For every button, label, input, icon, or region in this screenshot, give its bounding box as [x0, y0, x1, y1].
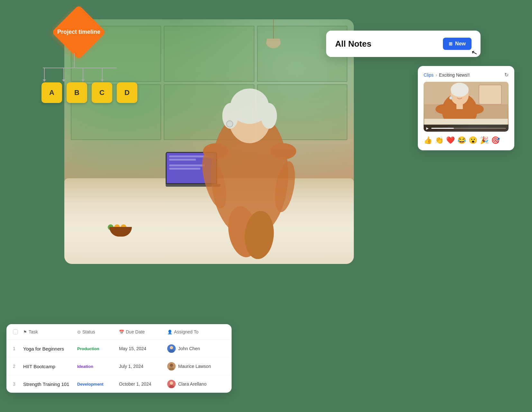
svg-point-8 [226, 121, 233, 127]
svg-point-9 [203, 143, 229, 159]
breadcrumb-separator: › [436, 72, 437, 78]
timeline-node-c: C [92, 82, 112, 103]
assigned-to-column-header: 👤 Assigned To [167, 329, 225, 334]
status-icon: ⊙ [77, 330, 81, 334]
svg-point-31 [170, 381, 173, 385]
reaction-party[interactable]: 🎉 [480, 136, 489, 145]
branch-line [44, 68, 45, 80]
status-badge-2: Ideation [77, 363, 119, 370]
svg-point-25 [170, 346, 173, 349]
reaction-heart[interactable]: ❤️ [446, 136, 455, 145]
table-row[interactable]: 3 Strength Training 101 Development Octo… [6, 375, 232, 393]
video-thumbnail: ▶ [424, 82, 509, 132]
due-date-3: October 1, 2024 [119, 381, 167, 387]
row-number-3: 3 [13, 381, 23, 387]
tree-branches [43, 68, 137, 82]
branch-line [83, 68, 83, 80]
timeline-node-b: B [67, 82, 87, 103]
timeline-node-d: D [117, 82, 137, 103]
svg-point-10 [271, 143, 296, 159]
svg-point-18 [451, 83, 469, 97]
video-controls: ▶ [424, 125, 509, 132]
svg-point-21 [468, 104, 484, 114]
status-badge-1: Production [77, 345, 119, 352]
due-date-1: May 15, 2024 [119, 346, 167, 351]
avatar-clara [167, 380, 176, 388]
new-note-icon: ⊞ [449, 41, 453, 46]
task-name-2: HIIT Bootcamp [23, 364, 77, 369]
reaction-laugh[interactable]: 😂 [457, 136, 466, 145]
assignee-name-3: Clara Arellano [178, 381, 206, 387]
svg-rect-23 [424, 119, 508, 125]
svg-point-28 [170, 364, 173, 367]
due-date-icon: 📅 [119, 330, 124, 334]
assignee-1: John Chen [167, 344, 225, 353]
branch-a [43, 68, 46, 82]
svg-rect-15 [479, 85, 501, 104]
fruit-bowl [108, 220, 133, 237]
table-row[interactable]: 2 HIIT Bootcamp Ideation July 1, 2024 Ma… [6, 358, 232, 375]
task-table-widget: ⚑ Task ⊙ Status 📅 Due Date 👤 Assigned To… [6, 324, 232, 393]
branch-arrow [43, 80, 46, 82]
window-pane [164, 26, 254, 82]
lamp-cord [273, 19, 274, 39]
breadcrumb-current-page: Exciting News!! [439, 72, 470, 78]
video-person-bg [424, 82, 509, 125]
new-note-label: New [455, 41, 466, 47]
tree-trunk [74, 53, 75, 68]
task-column-header: ⚑ Task [23, 329, 77, 334]
row-number-1: 1 [13, 346, 23, 351]
person-figure [182, 84, 317, 264]
timeline-diamond-text: Project timeline [57, 29, 100, 36]
timeline-node-a: A [41, 82, 62, 103]
branch-d [101, 68, 104, 82]
project-timeline-widget: Project timeline [50, 13, 137, 103]
reaction-target[interactable]: 🎯 [491, 136, 500, 145]
all-notes-title: All Notes [335, 39, 371, 49]
all-notes-widget: All Notes ⊞ New ↖ [326, 31, 481, 57]
branch-arrow [62, 80, 65, 82]
assignee-3: Clara Arellano [167, 380, 225, 388]
timeline-nodes: A B C D [41, 82, 137, 103]
reaction-wow[interactable]: 😮 [469, 136, 477, 145]
video-person-figure [424, 82, 508, 125]
branch-line [102, 68, 103, 80]
svg-rect-19 [456, 103, 463, 109]
table-header: ⚑ Task ⊙ Status 📅 Due Date 👤 Assigned To [6, 324, 232, 340]
video-progress-bar[interactable] [431, 128, 506, 129]
assignee-name-1: John Chen [178, 346, 200, 351]
new-note-button[interactable]: ⊞ New [443, 38, 472, 50]
branch-line [63, 68, 64, 80]
status-badge-3: Development [77, 381, 119, 388]
assignee-name-2: Maurice Lawson [178, 364, 211, 369]
task-column-label: Task [29, 329, 38, 334]
task-name-3: Strength Training 101 [23, 381, 77, 387]
due-date-column-label: Due Date [126, 329, 145, 334]
video-reactions: 👍 👏 ❤️ 😂 😮 🎉 🎯 [424, 136, 509, 145]
task-name-1: Yoga for Beginners [23, 346, 77, 351]
lamp-shade [265, 39, 281, 48]
pendant-lamp [265, 19, 281, 48]
due-date-2: July 1, 2024 [119, 364, 167, 369]
reaction-thumbsup[interactable]: 👍 [424, 136, 432, 145]
select-all-checkbox[interactable] [13, 329, 18, 334]
cursor-pointer: ↖ [471, 48, 478, 58]
branch-arrow [101, 80, 104, 82]
assigned-to-column-label: Assigned To [174, 329, 198, 334]
task-icon: ⚑ [23, 330, 27, 334]
play-button[interactable]: ▶ [426, 126, 429, 130]
svg-point-20 [436, 104, 452, 114]
breadcrumb-clips-link[interactable]: Clips [424, 72, 434, 78]
assignee-2: Maurice Lawson [167, 362, 225, 370]
assigned-to-icon: 👤 [167, 330, 172, 334]
avatar-john [167, 344, 176, 353]
avatar-maurice [167, 362, 176, 370]
refresh-button[interactable]: ↻ [504, 72, 509, 78]
reaction-clap[interactable]: 👏 [435, 136, 444, 145]
video-breadcrumb: Clips › Exciting News!! ↻ [424, 72, 509, 78]
svg-point-7 [261, 103, 277, 129]
table-row[interactable]: 1 Yoga for Beginners Production May 15, … [6, 340, 232, 358]
due-date-column-header: 📅 Due Date [119, 329, 167, 334]
video-clips-widget: Clips › Exciting News!! ↻ [418, 66, 514, 150]
branch-arrow [81, 80, 85, 82]
